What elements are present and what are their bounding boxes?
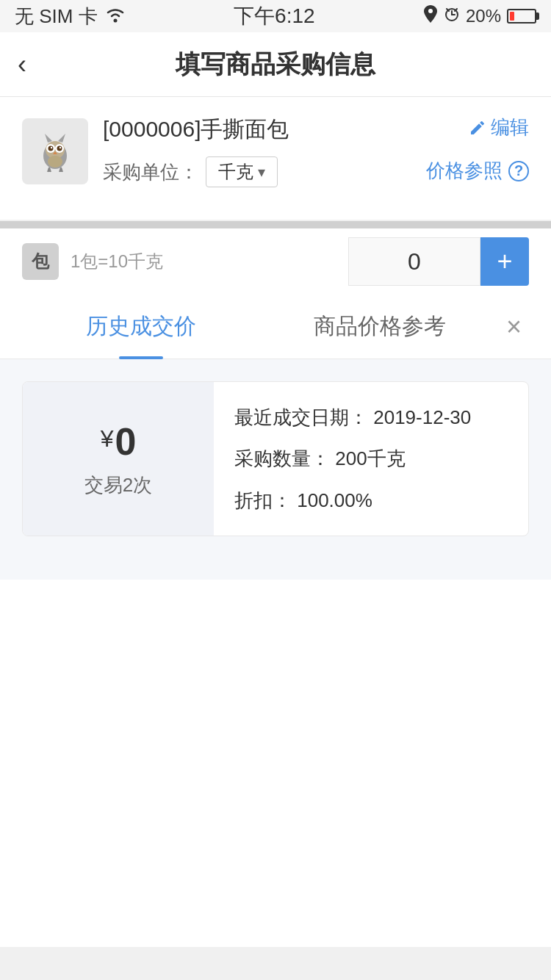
unit-label: 采购单位： <box>103 159 198 185</box>
trade-price: ¥ 0 <box>101 419 137 464</box>
status-left: 无 SIM 卡 <box>15 4 126 29</box>
panel-tabs: 历史成交价 商品价格参考 × <box>0 295 551 359</box>
svg-point-16 <box>48 156 62 167</box>
conversion-text: 1包=10千克 <box>71 250 163 273</box>
footer-area <box>0 580 551 947</box>
unit-dropdown[interactable]: 千克 ▾ <box>206 156 278 187</box>
svg-marker-7 <box>58 134 65 143</box>
svg-point-1 <box>428 9 433 13</box>
tab-price-reference[interactable]: 商品价格参考 <box>260 295 498 359</box>
purchase-quantity-row: 采购数量： 200千克 <box>234 445 508 472</box>
carrier-text: 无 SIM 卡 <box>15 4 98 29</box>
svg-point-0 <box>113 18 117 22</box>
svg-point-14 <box>60 146 61 148</box>
product-info: [0000006]手撕面包 采购单位： 千克 ▾ <box>103 115 289 187</box>
panel-content: ¥ 0 交易2次 最近成交日期： 2019-12-30 采购数量： 200千克 … <box>0 359 551 580</box>
edit-button[interactable]: 编辑 <box>469 115 529 140</box>
discount-value: 100.00% <box>297 489 372 511</box>
quantity-row: 包 1包=10千克 + <box>0 228 551 295</box>
price-ref-label: 价格参照 <box>426 158 503 184</box>
svg-point-13 <box>51 146 52 148</box>
product-unit-row: 采购单位： 千克 ▾ <box>103 156 289 187</box>
status-bar: 无 SIM 卡 下午6:12 20 <box>0 0 551 32</box>
discount-label: 折扣： <box>234 489 292 511</box>
back-button[interactable]: ‹ <box>18 49 26 80</box>
purchase-quantity-value: 200千克 <box>335 447 405 469</box>
product-actions: 编辑 价格参照 ? <box>426 115 529 184</box>
dropdown-arrow-icon: ▾ <box>258 163 265 181</box>
help-icon: ? <box>508 161 529 181</box>
recent-date-label: 最近成交日期： <box>234 406 368 428</box>
location-icon <box>423 5 438 27</box>
quantity-input[interactable] <box>348 237 480 286</box>
battery-percent: 20% <box>466 6 501 26</box>
product-image-icon <box>33 129 77 173</box>
trade-count: 交易2次 <box>84 472 152 498</box>
recent-date-value: 2019-12-30 <box>373 406 471 428</box>
page-title: 填写商品采购信息 <box>176 48 375 82</box>
purchase-quantity-label: 采购数量： <box>234 447 330 469</box>
battery-icon <box>507 9 536 24</box>
quantity-input-group: + <box>348 237 529 286</box>
product-header: [0000006]手撕面包 采购单位： 千克 ▾ 编辑 价格参照 <box>22 115 529 187</box>
product-thumbnail <box>22 118 88 184</box>
trade-card: ¥ 0 交易2次 最近成交日期： 2019-12-30 采购数量： 200千克 … <box>22 381 529 536</box>
svg-point-11 <box>48 145 54 151</box>
product-left: [0000006]手撕面包 采购单位： 千克 ▾ <box>22 115 289 187</box>
status-time: 下午6:12 <box>234 2 315 30</box>
battery-fill <box>510 12 514 21</box>
divider-bar <box>0 221 551 228</box>
trade-left: ¥ 0 交易2次 <box>23 382 214 536</box>
price-ref-button[interactable]: 价格参照 ? <box>426 158 529 184</box>
wifi-icon <box>105 5 126 28</box>
svg-point-12 <box>57 145 62 151</box>
quantity-label: 包 1包=10千克 <box>22 243 163 280</box>
nav-bar: ‹ 填写商品采购信息 <box>0 32 551 97</box>
trade-right: 最近成交日期： 2019-12-30 采购数量： 200千克 折扣： 100.0… <box>214 382 528 536</box>
edit-icon <box>469 119 486 137</box>
quantity-plus-button[interactable]: + <box>480 237 529 286</box>
status-right: 20% <box>423 5 536 27</box>
price-value: 0 <box>115 419 136 464</box>
panel-close-button[interactable]: × <box>499 311 529 342</box>
svg-marker-6 <box>45 134 52 143</box>
tab-history-price[interactable]: 历史成交价 <box>22 295 260 359</box>
recent-date-row: 最近成交日期： 2019-12-30 <box>234 404 508 430</box>
product-card: [0000006]手撕面包 采购单位： 千克 ▾ 编辑 价格参照 <box>0 97 551 220</box>
discount-row: 折扣： 100.00% <box>234 487 508 514</box>
currency-symbol: ¥ <box>101 425 114 453</box>
unit-box: 包 <box>22 243 59 280</box>
unit-value: 千克 <box>218 160 253 184</box>
product-name: [0000006]手撕面包 <box>103 115 289 145</box>
alarm-icon <box>444 6 460 26</box>
